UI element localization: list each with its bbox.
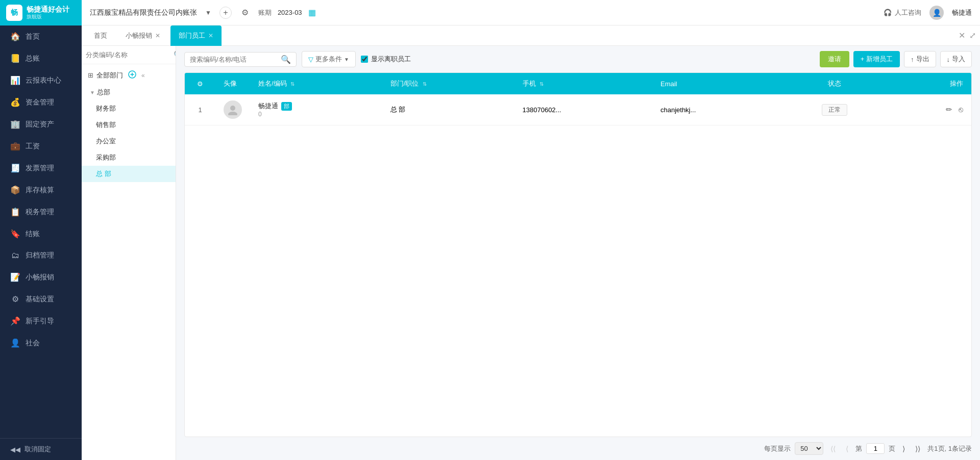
reports-icon: 📊 (10, 75, 20, 85)
add-company-btn[interactable]: + (219, 7, 232, 19)
page-last-btn[interactable]: ⟩⟩ (912, 444, 923, 454)
close-tab-btn[interactable]: ✕ (959, 31, 965, 40)
dept-zongbu-selected-label: 总 部 (96, 169, 111, 178)
username: 畅捷通 (952, 8, 972, 17)
sidebar-item-expense[interactable]: 📝 小畅报销 (0, 266, 82, 288)
dept-item-xiaoshou[interactable]: 销售部 (82, 117, 176, 133)
sidebar-item-payroll[interactable]: 💼 工资 (0, 135, 82, 157)
sidebar-item-social[interactable]: 👤 社会 (0, 332, 82, 354)
dept-edit-icon[interactable] (128, 70, 136, 80)
company-dropdown-btn[interactable]: ▼ (203, 8, 213, 17)
sidebar-item-checkout[interactable]: 🔖 结账 (0, 223, 82, 245)
pagination-bar: 每页显示 50 10 20 100 ⟨⟨ ⟨ 第 页 ⟩ ⟩⟩ 共1页, 1条记… (176, 437, 980, 460)
sidebar-item-invoice[interactable]: 🧾 发票管理 (0, 157, 82, 179)
page-input[interactable] (866, 443, 885, 454)
dept-item-caiwu[interactable]: 财务部 (82, 100, 176, 117)
funds-icon: 💰 (10, 97, 20, 107)
col-email: Email (652, 73, 782, 94)
svg-point-2 (228, 112, 237, 115)
sidebar-label-social: 社会 (26, 339, 40, 348)
tab-dept-close[interactable]: ✕ (208, 32, 213, 39)
search-input[interactable] (190, 56, 278, 63)
cancel-fixed-btn[interactable]: ◀◀ 取消固定 (0, 438, 82, 460)
cancel-fixed-label: 取消固定 (24, 445, 51, 454)
tab-dept-employee[interactable]: 部门员工 ✕ (170, 25, 222, 46)
dept-item-zongbu-selected[interactable]: 总 部 (82, 166, 176, 182)
support-label: 人工咨询 (895, 8, 921, 17)
dept-item-bangongshi[interactable]: 办公室 (82, 133, 176, 149)
expand-tab-btn[interactable]: ⤢ (969, 31, 976, 40)
show-resigned-checkbox[interactable] (361, 56, 368, 63)
all-dept-item[interactable]: ⊞ 全部部门 « (82, 66, 176, 84)
import-btn[interactable]: ↓ 导入 (940, 51, 972, 67)
edit-icon[interactable]: ✏ (946, 105, 952, 114)
add-emp-btn[interactable]: + 新增员工 (853, 51, 900, 67)
invite-btn[interactable]: 邀请 (820, 51, 849, 67)
support-btn[interactable]: 🎧 人工咨询 (884, 8, 921, 17)
page-label: 第 (855, 444, 862, 453)
sidebar-item-tax[interactable]: 📋 税务管理 (0, 201, 82, 223)
expand-icon: ▼ (90, 90, 95, 95)
col-dept-pos[interactable]: 部门/职位 ⇅ (382, 73, 514, 94)
mobile-value: 138070602... (523, 106, 561, 114)
tab-home[interactable]: 首页 (86, 25, 115, 46)
toolbar-right: 邀请 + 新增员工 ↑ 导出 ↓ 导入 (820, 51, 972, 67)
sidebar-item-inventory[interactable]: 📦 库存核算 (0, 179, 82, 201)
dept-caigou-label: 采购部 (96, 153, 116, 162)
filter-btn[interactable]: ▽ 更多条件 ▼ (302, 51, 356, 67)
employee-table: ⚙ 头像 姓名/编码 ⇅ 部门/职位 ⇅ (185, 73, 971, 125)
sidebar-item-guide[interactable]: 📌 新手引导 (0, 310, 82, 332)
logout-icon[interactable]: ⎋ (959, 105, 963, 114)
calendar-icon[interactable]: ▦ (308, 8, 316, 17)
emp-code: 0 (258, 111, 374, 118)
cell-dept-pos: 总 部 (382, 94, 514, 125)
col-status: 状态 (782, 73, 887, 94)
cell-mobile: 138070602... (514, 94, 652, 125)
sidebar-item-archive[interactable]: 🗂 归档管理 (0, 245, 82, 266)
page-unit: 页 (889, 444, 895, 453)
sidebar-item-home[interactable]: 🏠 首页 (0, 25, 82, 47)
search-icon[interactable]: 🔍 (281, 55, 291, 64)
sidebar-item-funds[interactable]: 💰 资金管理 (0, 91, 82, 113)
right-panel: 🔍 ▽ 更多条件 ▼ 显示离职员工 邀请 + 新增员工 (176, 46, 980, 460)
dept-item-caigou[interactable]: 采购部 (82, 149, 176, 166)
period-settings-btn[interactable]: ⚙ (238, 6, 252, 20)
employee-table-wrapper: ⚙ 头像 姓名/编码 ⇅ 部门/职位 ⇅ (184, 72, 972, 437)
company-name: 江西服宝精品有限责任公司内账张 (90, 8, 197, 17)
col-mobile[interactable]: 手机 ⇅ (514, 73, 652, 94)
collapse-all-icon[interactable]: « (141, 72, 145, 79)
sidebar-item-settings[interactable]: ⚙ 基础设置 (0, 288, 82, 310)
col-name-code[interactable]: 姓名/编码 ⇅ (250, 73, 382, 94)
export-icon: ↑ (911, 56, 914, 63)
invoice-icon: 🧾 (10, 163, 20, 173)
sidebar-label-ledger: 总账 (26, 54, 40, 63)
dept-xiaoshou-label: 销售部 (96, 120, 116, 130)
export-btn[interactable]: ↑ 导出 (904, 51, 936, 67)
total-records: 共1页, 1条记录 (927, 444, 972, 453)
period-value: 2023-03 (278, 9, 302, 16)
dept-search-input[interactable] (86, 51, 172, 59)
col-avatar: 头像 (215, 73, 250, 94)
page-next-btn[interactable]: ⟩ (899, 444, 908, 454)
cell-action: ✏ ⎋ (887, 94, 971, 125)
tab-expense-close[interactable]: ✕ (155, 32, 160, 39)
sidebar-item-assets[interactable]: 🏢 固定资产 (0, 113, 82, 135)
page-size-select[interactable]: 50 10 20 100 (795, 442, 823, 455)
show-resigned-label[interactable]: 显示离职员工 (361, 55, 411, 64)
import-label: 导入 (952, 55, 965, 64)
page-first-btn[interactable]: ⟨⟨ (827, 444, 839, 454)
all-dept-label: 全部部门 (96, 71, 123, 80)
dept-item-zongbu[interactable]: ▼ 总部 (82, 84, 176, 100)
sidebar-item-reports[interactable]: 📊 云报表中心 (0, 69, 82, 91)
grid-icon: ⊞ (88, 71, 93, 79)
sidebar-item-ledger[interactable]: 📒 总账 (0, 47, 82, 69)
sidebar-label-archive: 归档管理 (26, 251, 54, 260)
table-header-row: ⚙ 头像 姓名/编码 ⇅ 部门/职位 ⇅ (185, 73, 971, 94)
tab-home-label: 首页 (94, 31, 107, 40)
cell-avatar (215, 94, 250, 125)
page-prev-btn[interactable]: ⟨ (843, 444, 851, 454)
sort-name-icon: ⇅ (290, 81, 295, 87)
col-settings[interactable]: ⚙ (185, 73, 215, 94)
sidebar-label-invoice: 发票管理 (26, 164, 54, 173)
tab-expense[interactable]: 小畅报销 ✕ (117, 25, 168, 46)
